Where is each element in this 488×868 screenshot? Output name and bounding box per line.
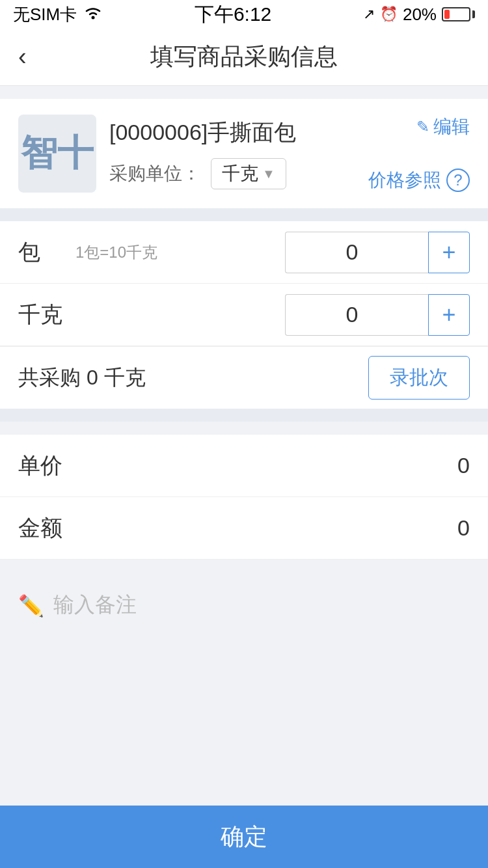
total-text: 共采购 0 千克 xyxy=(18,364,146,392)
price-section: 单价 0 金额 0 xyxy=(0,435,488,560)
battery-percentage: 20% xyxy=(403,5,437,25)
qty-sublabel-bao: 1包=10千克 xyxy=(75,242,157,263)
status-right: ↗ ⏰ 20% xyxy=(363,5,475,25)
edit-icon: ✎ xyxy=(416,118,429,136)
status-left: 无SIM卡 xyxy=(13,3,103,26)
status-time: 下午6:12 xyxy=(195,1,271,28)
svg-point-0 xyxy=(92,16,95,19)
qty-input-wrap-kg: + xyxy=(285,294,470,336)
chevron-down-icon: ▼ xyxy=(262,167,275,182)
unit-label: 采购单位： xyxy=(109,161,200,186)
batch-button[interactable]: 录批次 xyxy=(368,356,470,400)
total-prefix: 共采购 xyxy=(18,366,81,389)
total-unit: 千克 xyxy=(104,366,146,389)
section-divider-1 xyxy=(0,208,488,221)
wifi-icon xyxy=(83,5,103,25)
amount-value: 0 xyxy=(457,515,470,541)
unit-price-label: 单价 xyxy=(18,451,62,481)
location-icon: ↗ xyxy=(363,6,375,23)
plus-icon-kg: + xyxy=(442,301,455,329)
page-title: 填写商品采购信息 xyxy=(150,41,338,73)
confirm-button[interactable]: 确定 xyxy=(0,806,488,868)
edit-label: 编辑 xyxy=(433,115,470,139)
nav-bar: ‹ 填写商品采购信息 xyxy=(0,29,488,86)
quantity-row-bao: 包 1包=10千克 + xyxy=(0,221,488,284)
quantity-section: 包 1包=10千克 + 千克 + 共采购 0 千克 录批次 xyxy=(0,221,488,409)
total-row: 共采购 0 千克 录批次 xyxy=(0,346,488,409)
notes-section[interactable]: ✏️ 输入备注 xyxy=(0,573,488,833)
price-row-unitprice: 单价 0 xyxy=(0,435,488,497)
qty-label-bao: 包 xyxy=(18,237,70,267)
price-row-amount: 金额 0 xyxy=(0,497,488,560)
product-image: 智十 xyxy=(18,115,96,193)
notes-placeholder: 输入备注 xyxy=(53,591,137,619)
product-logo: 智十 xyxy=(21,129,94,178)
pencil-icon: ✏️ xyxy=(18,593,44,618)
unit-value: 千克 xyxy=(222,161,258,186)
product-name: [0000006]手撕面包 xyxy=(109,118,470,148)
total-amount: 0 xyxy=(87,366,98,389)
alarm-icon: ⏰ xyxy=(380,6,398,23)
qty-label-kg: 千克 xyxy=(18,300,70,330)
back-button[interactable]: ‹ xyxy=(18,43,27,71)
section-divider-2 xyxy=(0,409,488,422)
amount-label: 金额 xyxy=(18,513,62,543)
price-ref-button[interactable]: 价格参照 ? xyxy=(368,168,470,193)
qty-plus-kg[interactable]: + xyxy=(428,294,470,336)
unit-select[interactable]: 千克 ▼ xyxy=(211,158,286,189)
plus-icon-bao: + xyxy=(442,239,455,266)
qty-plus-bao[interactable]: + xyxy=(428,232,470,273)
carrier-text: 无SIM卡 xyxy=(13,3,77,26)
edit-button[interactable]: ✎ 编辑 xyxy=(416,115,470,139)
battery-icon xyxy=(442,7,475,21)
price-ref-label: 价格参照 xyxy=(368,168,441,193)
help-icon: ? xyxy=(446,169,470,192)
qty-input-bao[interactable] xyxy=(285,232,428,273)
quantity-row-kg: 千克 + xyxy=(0,284,488,346)
product-card: 智十 [0000006]手撕面包 采购单位： 千克 ▼ ✎ 编辑 价格参照 ? xyxy=(0,99,488,208)
qty-input-kg[interactable] xyxy=(285,294,428,336)
unit-price-value: 0 xyxy=(457,453,470,478)
status-bar: 无SIM卡 下午6:12 ↗ ⏰ 20% xyxy=(0,0,488,29)
qty-input-wrap-bao: + xyxy=(285,232,470,273)
